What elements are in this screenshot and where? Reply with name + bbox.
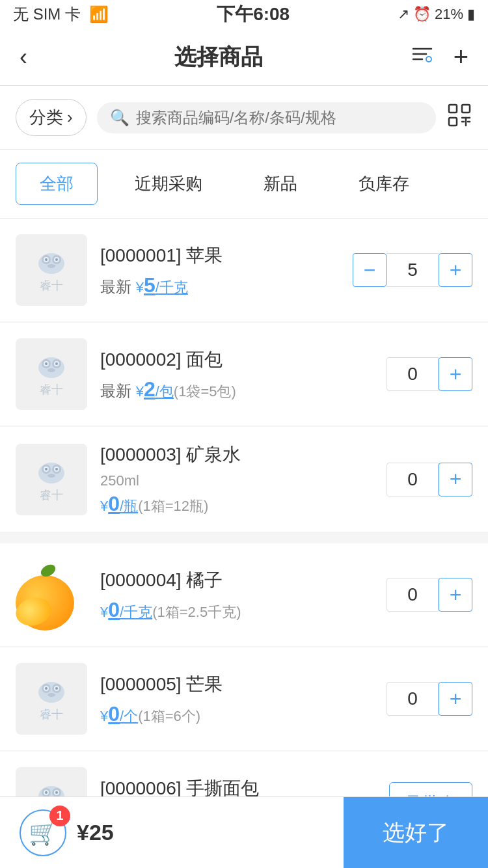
svg-point-26 (47, 368, 55, 372)
svg-point-42 (47, 693, 55, 697)
increase-button[interactable]: + (439, 463, 472, 496)
list-item: 睿十 [0000005] 芒果 ¥0/个(1箱=6个) + (0, 647, 488, 750)
back-button[interactable]: ‹ (20, 44, 27, 71)
owl-text: 睿十 (40, 278, 63, 293)
status-network: 无 SIM 卡 📶 (13, 4, 109, 25)
quantity-control: + (386, 682, 472, 716)
list-item: [0000004] 橘子 ¥0/千克(1箱=2.5千克) + (0, 543, 488, 646)
product-name: [0000001] 苹果 (100, 243, 340, 268)
tab-all[interactable]: 全部 (16, 163, 98, 205)
quantity-input[interactable] (386, 253, 439, 287)
product-price: 最新 ¥5/千克 (100, 273, 340, 297)
decrease-button[interactable]: − (353, 253, 386, 287)
filter-icon[interactable] (411, 42, 434, 72)
increase-button[interactable]: + (439, 578, 472, 612)
product-image: 睿十 (16, 234, 87, 306)
product-info: [0000005] 芒果 ¥0/个(1箱=6个) (100, 672, 373, 726)
bottom-bar: 🛒 1 ¥25 选好了 (0, 796, 488, 868)
product-spec: 250ml (100, 472, 373, 489)
cart-button[interactable]: 🛒 1 (20, 809, 66, 856)
increase-button[interactable]: + (439, 253, 472, 287)
battery-icon: ▮ (467, 6, 475, 23)
status-bar: 无 SIM 卡 📶 下午6:08 ↗ ⏰ 21% ▮ (0, 0, 488, 29)
svg-point-40 (45, 687, 47, 690)
product-price: ¥0/瓶(1箱=12瓶) (100, 492, 373, 516)
svg-rect-5 (462, 105, 470, 113)
quantity-control: + (386, 463, 472, 496)
svg-point-24 (45, 362, 47, 365)
tab-negative[interactable]: 负库存 (334, 163, 433, 205)
product-price: 最新 ¥2/包(1袋=5包) (100, 377, 373, 401)
product-name: [0000005] 芒果 (100, 672, 373, 697)
svg-point-35 (38, 682, 64, 703)
increase-button[interactable]: + (439, 357, 472, 391)
svg-point-33 (55, 468, 58, 470)
location-icon: ↗ (398, 6, 409, 23)
page-title: 选择商品 (174, 42, 263, 72)
search-input-wrap: 🔍 (97, 102, 436, 133)
quantity-input[interactable] (386, 578, 439, 612)
product-name: [0000003] 矿泉水 (100, 442, 373, 467)
product-image (16, 559, 87, 631)
svg-point-11 (38, 253, 64, 274)
cart-total: ¥25 (77, 820, 114, 845)
nav-bar: ‹ 选择商品 + (0, 29, 488, 86)
cart-section: 🛒 1 ¥25 (0, 809, 344, 856)
product-info: [0000001] 苹果 最新 ¥5/千克 (100, 243, 340, 297)
product-name: [0000004] 橘子 (100, 568, 373, 593)
add-icon[interactable]: + (454, 42, 468, 72)
tab-new[interactable]: 新品 (239, 163, 321, 205)
scan-icon[interactable] (446, 102, 472, 133)
svg-point-16 (45, 258, 47, 261)
category-chevron: › (67, 107, 73, 128)
search-icon: 🔍 (110, 109, 129, 127)
divider (0, 533, 488, 543)
filter-tabs: 全部 近期采购 新品 负库存 (0, 150, 488, 219)
category-button[interactable]: 分类 › (16, 99, 87, 136)
status-battery: ↗ ⏰ 21% ▮ (398, 6, 475, 23)
tab-recent[interactable]: 近期采购 (111, 163, 226, 205)
quantity-input[interactable] (386, 682, 439, 716)
product-price: ¥0/个(1箱=6个) (100, 702, 373, 726)
owl-text: 睿十 (40, 707, 63, 722)
alarm-icon: ⏰ (413, 6, 431, 23)
search-bar: 分类 › 🔍 (0, 86, 488, 150)
svg-point-19 (38, 357, 64, 378)
battery-percent: 21% (435, 6, 463, 23)
increase-button[interactable]: + (439, 682, 472, 716)
product-info: [0000004] 橘子 ¥0/千克(1箱=2.5千克) (100, 568, 373, 622)
product-price: ¥0/千克(1箱=2.5千克) (100, 598, 373, 622)
svg-rect-4 (449, 105, 457, 113)
svg-point-25 (55, 362, 58, 365)
owl-text: 睿十 (40, 382, 63, 398)
list-item: 睿十 [0000003] 矿泉水 250ml ¥0/瓶(1箱=12瓶) + (0, 427, 488, 532)
category-label: 分类 (29, 106, 63, 129)
svg-point-41 (55, 687, 58, 690)
cart-badge: 1 (49, 806, 70, 826)
product-info: [0000003] 矿泉水 250ml ¥0/瓶(1箱=12瓶) (100, 442, 373, 516)
product-info: [0000002] 面包 最新 ¥2/包(1袋=5包) (100, 347, 373, 401)
svg-point-34 (47, 474, 55, 478)
product-image: 睿十 (16, 338, 87, 410)
svg-point-3 (426, 57, 431, 62)
quantity-control: − + (353, 253, 472, 287)
svg-point-27 (38, 463, 64, 483)
search-input[interactable] (136, 109, 423, 127)
svg-point-48 (45, 791, 47, 794)
svg-point-17 (55, 258, 58, 261)
status-time: 下午6:08 (217, 2, 290, 27)
quantity-control: + (386, 357, 472, 391)
quantity-input[interactable] (386, 357, 439, 391)
confirm-button[interactable]: 选好了 (344, 797, 488, 869)
nav-actions: + (411, 42, 468, 72)
quantity-input[interactable] (386, 463, 439, 496)
list-item: 睿十 [0000002] 面包 最新 ¥2/包(1袋=5包) + (0, 323, 488, 426)
product-name: [0000002] 面包 (100, 347, 373, 372)
owl-text: 睿十 (40, 487, 63, 503)
quantity-control: + (386, 578, 472, 612)
svg-point-32 (45, 468, 47, 470)
product-image: 睿十 (16, 444, 87, 515)
product-list: 睿十 [0000001] 苹果 最新 ¥5/千克 − + (0, 219, 488, 868)
product-image: 睿十 (16, 663, 87, 735)
svg-rect-6 (449, 118, 457, 126)
